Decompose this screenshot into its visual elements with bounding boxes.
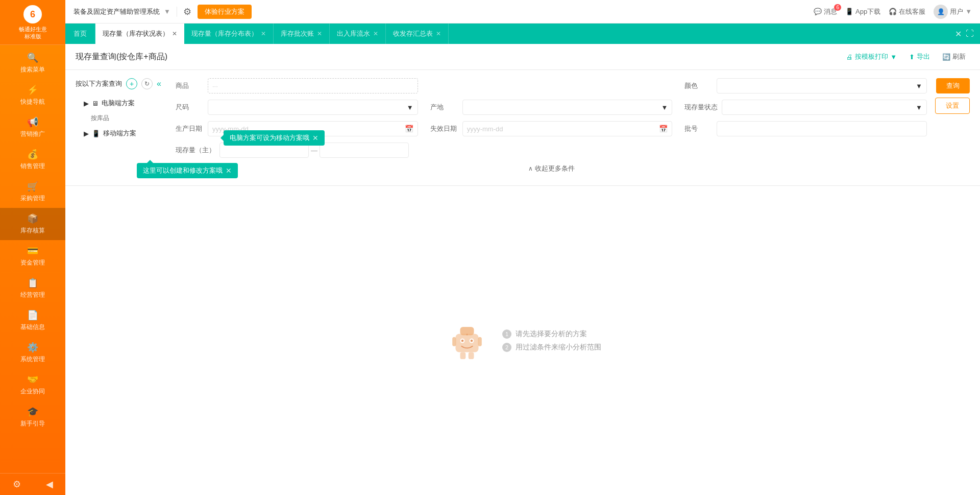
svg-point-6 (471, 339, 473, 342)
sidebar-bottom: ⚙ ◀ (0, 473, 65, 495)
topbar-msg[interactable]: 💬 消息 6 (814, 7, 837, 16)
page-content: 现存量查询(按仓库+商品) 🖨 按模板打印 ▼ ⬆ 导出 🔄 刷新 (65, 44, 980, 495)
inventory-icon: 📦 (27, 213, 38, 224)
search-btn[interactable]: 查询 (936, 78, 970, 93)
tab-inventory-status-close[interactable]: ✕ (172, 30, 177, 37)
filter-row-origin: 产地 ▼ (430, 100, 673, 115)
sidebar-item-marketing[interactable]: 📢 营销推广 (0, 111, 65, 144)
tab-collect-summary-close[interactable]: ✕ (436, 30, 441, 37)
app-icon: 📱 (845, 8, 853, 15)
support-label: 在线客服 (899, 7, 925, 16)
tab-inventory-batch-close[interactable]: ✕ (317, 30, 322, 37)
solution-btn[interactable]: 体验行业方案 (198, 5, 252, 19)
origin-select-arrow: ▼ (661, 104, 668, 111)
tab-in-out-flow-close[interactable]: ✕ (373, 30, 378, 37)
export-btn[interactable]: ⬆ 导出 (905, 50, 934, 63)
sidebar-item-label: 销售管理 (20, 162, 45, 171)
collapse-icon: ∧ (528, 165, 533, 172)
tabbar-expand-btn[interactable]: ⛶ (966, 29, 974, 38)
range-dash: — (311, 147, 317, 154)
filter-fields: 商品 ··· 颜色 ▼ (176, 78, 927, 177)
export-label: 导出 (917, 52, 930, 61)
tab-in-out-flow-label: 出入库流水 (337, 29, 370, 38)
msg-icon: 💬 (814, 8, 822, 15)
filter-row-color: 颜色 ▼ (684, 78, 927, 93)
settings-btn[interactable]: 设置 (935, 98, 970, 114)
filter-grid: 商品 ··· 颜色 ▼ (176, 78, 927, 158)
tab-home[interactable]: 首页 (65, 23, 95, 44)
step-1-num: 1 (502, 329, 511, 339)
main-area: 装备及固定资产辅助管理系统 ▼ ⚙ 体验行业方案 💬 消息 6 📱 App下载 … (65, 0, 980, 495)
sidebar-item-label: 库存核算 (20, 226, 45, 235)
tabbar: 首页 现存量（库存状况表） ✕ 现存量（库存分布表） ✕ 库存批次账 ✕ 出入库… (65, 23, 980, 44)
user-dropdown-icon: ▼ (965, 8, 972, 15)
page-header: 现存量查询(按仓库+商品) 🖨 按模板打印 ▼ ⬆ 导出 🔄 刷新 (65, 44, 980, 70)
print-btn[interactable]: 🖨 按模板打印 ▼ (842, 50, 901, 63)
refresh-icon: 🔄 (942, 53, 950, 61)
sidebar-item-basic-info[interactable]: 📄 基础信息 (0, 304, 65, 337)
sidebar-item-guide[interactable]: 🎓 新手引导 (0, 401, 65, 433)
svg-rect-0 (456, 334, 479, 352)
topbar-user[interactable]: 👤 用户 ▼ (934, 5, 972, 19)
topbar-right: 💬 消息 6 📱 App下载 🎧 在线客服 👤 用户 ▼ (814, 5, 972, 19)
batch-input[interactable] (717, 121, 927, 136)
filter-refresh-btn[interactable]: ↻ (141, 78, 153, 89)
tab-inventory-batch[interactable]: 库存批次账 ✕ (274, 23, 330, 44)
product-select[interactable]: ··· (208, 78, 418, 93)
sidebar-item-label: 经营管理 (20, 291, 45, 299)
filter-arrow[interactable]: « (157, 79, 161, 88)
scheme-list: ▶ 🖥 电脑端方案 按库品 ▶ 📱 移动端方案 (76, 96, 167, 141)
stock-main-max[interactable] (320, 143, 409, 158)
sidebar-item-label: 企业协同 (20, 387, 45, 396)
tab-collect-summary[interactable]: 收发存汇总表 ✕ (386, 23, 449, 44)
topbar-settings-icon[interactable]: ⚙ (183, 6, 191, 17)
filter-row-stock-status: 现存量状态 ▼ (684, 100, 927, 115)
sidebar: 6 畅通好生意 标准版 🔍 搜索菜单 ⚡ 快捷导航 📢 营销推广 💰 销售管理 … (0, 0, 65, 495)
filter-add-btn[interactable]: + (126, 78, 137, 89)
topbar-support[interactable]: 🎧 在线客服 (889, 7, 925, 16)
collapse-btn[interactable]: ∧ 收起更多条件 (176, 160, 927, 177)
scheme-item-mobile[interactable]: ▶ 📱 移动端方案 (76, 126, 167, 141)
color-select[interactable]: ▼ (717, 78, 927, 93)
sidebar-item-search-menu[interactable]: 🔍 搜索菜单 (0, 47, 65, 79)
tooltip-bubble-2-close[interactable]: ✕ (226, 167, 232, 175)
svg-rect-9 (460, 352, 466, 359)
sidebar-item-operations[interactable]: 📋 经营管理 (0, 272, 65, 304)
stock-main-label: 现存量（主） (176, 146, 215, 155)
scheme-mobile-icon: 📱 (92, 130, 100, 137)
sidebar-collapse-btn[interactable]: ◀ (46, 479, 53, 490)
scheme-item-desktop[interactable]: ▶ 🖥 电脑端方案 (76, 96, 167, 111)
sidebar-item-system[interactable]: ⚙️ 系统管理 (0, 337, 65, 369)
sidebar-item-sales[interactable]: 💰 销售管理 (0, 144, 65, 176)
svg-rect-8 (478, 337, 482, 346)
size-select[interactable]: ▼ (208, 100, 418, 115)
tooltip-bubble-1-text: 电脑方案可设为移动方案哦 (230, 133, 309, 143)
enterprise-icon: 🤝 (27, 374, 38, 385)
refresh-btn[interactable]: 🔄 刷新 (938, 50, 970, 63)
scheme-item-desktop-sub[interactable]: 按库品 (76, 111, 167, 126)
sidebar-item-enterprise[interactable]: 🤝 企业协同 (0, 369, 65, 401)
filter-row-size: 尺码 ▼ (176, 100, 418, 115)
topbar-app[interactable]: 📱 App下载 (845, 7, 880, 16)
sidebar-item-inventory[interactable]: 📦 库存核算 (0, 208, 65, 240)
tooltip-bubble-2-text: 这里可以创建和修改方案哦 (143, 166, 223, 175)
origin-select[interactable]: ▼ (462, 100, 673, 115)
topbar: 装备及固定资产辅助管理系统 ▼ ⚙ 体验行业方案 💬 消息 6 📱 App下载 … (65, 0, 980, 23)
stock-status-select[interactable]: ▼ (722, 100, 927, 115)
sidebar-settings-btn[interactable]: ⚙ (13, 479, 21, 490)
filter-row-product: 商品 ··· (176, 78, 418, 93)
tab-inventory-dist[interactable]: 现存量（库存分布表） ✕ (184, 23, 274, 44)
marketing-icon: 📢 (27, 116, 38, 128)
tooltip-bubble-1-close[interactable]: ✕ (312, 134, 318, 142)
tab-in-out-flow[interactable]: 出入库流水 ✕ (330, 23, 386, 44)
sidebar-item-quick-nav[interactable]: ⚡ 快捷导航 (0, 79, 65, 111)
tab-inventory-status[interactable]: 现存量（库存状况表） ✕ (95, 23, 184, 44)
tab-inventory-dist-close[interactable]: ✕ (261, 30, 266, 37)
tabbar-close-btn[interactable]: ✕ (955, 29, 962, 39)
color-label: 颜色 (684, 81, 713, 90)
refresh-label: 刷新 (952, 52, 966, 61)
sidebar-item-purchase[interactable]: 🛒 采购管理 (0, 176, 65, 208)
expiry-date-input[interactable]: yyyy-mm-dd 📅 (462, 121, 673, 136)
sidebar-item-finance[interactable]: 💳 资金管理 (0, 240, 65, 272)
search-settings-group: 查询 设置 (935, 78, 970, 177)
